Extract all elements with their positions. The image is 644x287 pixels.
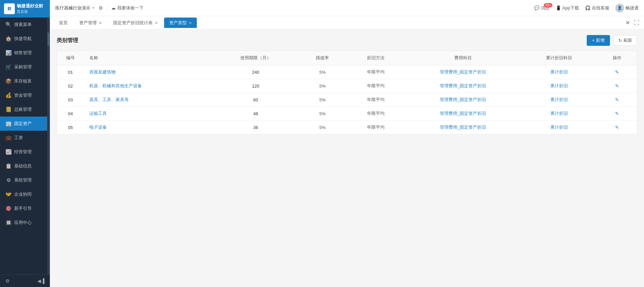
tab-asset-mgmt-close[interactable]: ✕ bbox=[99, 21, 102, 25]
topbar-gear-icon[interactable]: ⚙ bbox=[98, 5, 103, 11]
cell-residual: 5% bbox=[298, 121, 347, 134]
sidebar-label-11: 系统管理 bbox=[14, 177, 32, 183]
table-body: 01 房屋及建筑物 240 5% 年限平均 管理费用_固定资产折旧 累计折旧 ✎… bbox=[57, 65, 637, 134]
tab-asset-mgmt[interactable]: 资产管理 ✕ bbox=[74, 18, 107, 28]
table-row: 03 器具、工具、家具等 60 5% 年限平均 管理费用_固定资产折旧 累计折旧… bbox=[57, 93, 637, 107]
sidebar-label-5: 资金管理 bbox=[14, 92, 32, 98]
sidebar-icon-4: 📦 bbox=[5, 78, 11, 84]
sidebar-item-5[interactable]: 💰资金管理 bbox=[0, 88, 47, 102]
sidebar-label-13: 新手引导 bbox=[14, 205, 32, 212]
demo-selector[interactable]: 医疗器械行业演示 ▾ bbox=[55, 5, 94, 11]
edit-btn[interactable]: ✎ bbox=[615, 97, 619, 102]
sidebar-item-10[interactable]: 📋基础信息 bbox=[0, 159, 47, 173]
table-header-row: 编号 名称 使用期限（月） 残值率 折旧方法 费用科目 累计折旧科目 操作 bbox=[57, 51, 637, 65]
tab-home[interactable]: 首页 bbox=[54, 18, 73, 28]
sidebar-footer: ⚙ ◀▐ bbox=[0, 275, 50, 287]
cell-name: 房屋及建筑物 bbox=[84, 65, 213, 79]
cell-op: ✎ bbox=[597, 93, 637, 107]
cell-fee: 管理费用_固定资产折旧 bbox=[405, 93, 521, 107]
sidebar-item-7[interactable]: 🏢固定资产 bbox=[0, 117, 47, 131]
col-id: 编号 bbox=[57, 51, 84, 65]
cell-name: 器具、工具、家具等 bbox=[84, 93, 213, 107]
sidebar-icon-2: 📊 bbox=[5, 50, 11, 56]
tab-asset-type-close[interactable]: ✕ bbox=[189, 21, 192, 25]
sidebar-item-8[interactable]: 💼工资 bbox=[0, 131, 47, 145]
cell-period: 36 bbox=[213, 121, 298, 134]
table-head: 编号 名称 使用期限（月） 残值率 折旧方法 费用科目 累计折旧科目 操作 bbox=[57, 51, 637, 65]
cell-accum: 累计折旧 bbox=[521, 93, 597, 107]
app-download-btn[interactable]: 📱 App下载 bbox=[556, 5, 579, 11]
table-row: 04 运输工具 48 5% 年限平均 管理费用_固定资产折旧 累计折旧 ✎ bbox=[57, 107, 637, 121]
col-residual: 残值率 bbox=[298, 51, 347, 65]
col-fee: 费用科目 bbox=[405, 51, 521, 65]
edit-btn[interactable]: ✎ bbox=[615, 111, 619, 116]
cell-id: 02 bbox=[57, 79, 84, 93]
tabbar: 首页 资产管理 ✕ 固定资产折旧统计表 ✕ 资产类型 ✕ ✕ ⛶ bbox=[50, 16, 644, 30]
service-btn[interactable]: 🎧 在线客服 bbox=[585, 5, 609, 11]
cell-fee: 管理费用_固定资产折旧 bbox=[405, 79, 521, 93]
sidebar-item-1[interactable]: 🏠快捷导航 bbox=[0, 32, 47, 46]
sidebar-icon-8: 💼 bbox=[5, 135, 11, 141]
tab-depreciation[interactable]: 固定资产折旧统计表 ✕ bbox=[108, 18, 163, 28]
sidebar-item-4[interactable]: 📦库存核算 bbox=[0, 74, 47, 88]
service-icon: 🎧 bbox=[585, 5, 590, 10]
category-table: 编号 名称 使用期限（月） 残值率 折旧方法 费用科目 累计折旧科目 操作 01… bbox=[57, 51, 637, 134]
cell-period: 60 bbox=[213, 93, 298, 107]
experience-label: 我要体验一下 bbox=[117, 5, 144, 11]
home-tab-label: 首页 bbox=[59, 20, 68, 26]
tabbar-controls: ✕ ⛶ bbox=[625, 19, 640, 27]
sidebar-scrollbar[interactable] bbox=[47, 18, 50, 275]
tab-asset-type[interactable]: 资产类型 ✕ bbox=[164, 18, 197, 28]
sidebar-label-8: 工资 bbox=[14, 135, 23, 141]
expand-btn[interactable]: ⛶ bbox=[633, 19, 640, 27]
edit-btn[interactable]: ✎ bbox=[615, 83, 619, 89]
new-button[interactable]: + 新增 bbox=[587, 35, 610, 46]
cell-method: 年限平均 bbox=[347, 107, 405, 121]
refresh-label: 刷新 bbox=[623, 37, 632, 43]
cell-accum: 累计折旧 bbox=[521, 107, 597, 121]
edit-btn[interactable]: ✎ bbox=[615, 69, 619, 75]
sidebar-item-6[interactable]: 📒总账管理 bbox=[0, 102, 47, 117]
sidebar-item-14[interactable]: 🔲应用中心 bbox=[0, 216, 47, 230]
msg-badge: 99+ bbox=[544, 3, 552, 7]
col-method: 折旧方法 bbox=[347, 51, 405, 65]
app-label: App下载 bbox=[562, 5, 579, 11]
asset-type-label: 资产类型 bbox=[169, 20, 187, 26]
avatar: 👤 bbox=[615, 4, 624, 12]
logo-sub: 普及版 bbox=[17, 9, 43, 14]
sidebar-label-12: 企业协同 bbox=[14, 191, 32, 197]
settings-icon[interactable]: ⚙ bbox=[5, 278, 10, 284]
experience-btn[interactable]: ☁ 我要体验一下 bbox=[111, 5, 144, 11]
page-actions: + 新增 ↻ 刷新 bbox=[587, 35, 637, 46]
sidebar-item-12[interactable]: 🤝企业协同 bbox=[0, 187, 47, 201]
sidebar-item-0[interactable]: 🔍搜索菜单 bbox=[0, 18, 47, 32]
sidebar-label-1: 快捷导航 bbox=[14, 36, 32, 42]
sidebar-item-3[interactable]: 🛒采购管理 bbox=[0, 60, 47, 74]
sidebar-icon-12: 🤝 bbox=[5, 191, 11, 197]
sidebar-item-11[interactable]: ⚙系统管理 bbox=[0, 173, 47, 187]
collapse-icon[interactable]: ◀▐ bbox=[37, 278, 44, 284]
cell-residual: 5% bbox=[298, 79, 347, 93]
table: 编号 名称 使用期限（月） 残值率 折旧方法 费用科目 累计折旧科目 操作 01… bbox=[57, 51, 637, 134]
table-row: 02 机器、机械和其他生产设备 120 5% 年限平均 管理费用_固定资产折旧 … bbox=[57, 79, 637, 93]
sidebar-icon-11: ⚙ bbox=[5, 177, 11, 183]
sidebar-label-7: 固定资产 bbox=[14, 121, 32, 127]
close-tab-btn[interactable]: ✕ bbox=[625, 19, 631, 27]
sidebar: 财 畅捷通好业财 普及版 🔍搜索菜单🏠快捷导航📊销售管理🛒采购管理📦库存核算💰资… bbox=[0, 0, 50, 287]
sidebar-item-9[interactable]: 📈经营管理 bbox=[0, 145, 47, 159]
sidebar-nav: 🔍搜索菜单🏠快捷导航📊销售管理🛒采购管理📦库存核算💰资金管理📒总账管理🏢固定资产… bbox=[0, 18, 47, 275]
sidebar-label-3: 采购管理 bbox=[14, 64, 32, 70]
page-title: 类别管理 bbox=[57, 37, 78, 44]
tab-depreciation-close[interactable]: ✕ bbox=[155, 21, 158, 25]
cell-period: 48 bbox=[213, 107, 298, 121]
scroll-handle[interactable] bbox=[48, 32, 50, 46]
msg-btn[interactable]: 💬 消息 99+ bbox=[534, 5, 550, 11]
edit-btn[interactable]: ✎ bbox=[615, 125, 619, 130]
col-op: 操作 bbox=[597, 51, 637, 65]
sidebar-item-2[interactable]: 📊销售管理 bbox=[0, 46, 47, 60]
refresh-button[interactable]: ↻ 刷新 bbox=[613, 35, 637, 46]
sidebar-icon-13: 🎯 bbox=[5, 205, 11, 212]
sidebar-item-13[interactable]: 🎯新手引导 bbox=[0, 201, 47, 216]
cell-fee: 管理费用_固定资产折旧 bbox=[405, 121, 521, 134]
user-btn[interactable]: 👤 畅捷通 bbox=[615, 4, 639, 12]
